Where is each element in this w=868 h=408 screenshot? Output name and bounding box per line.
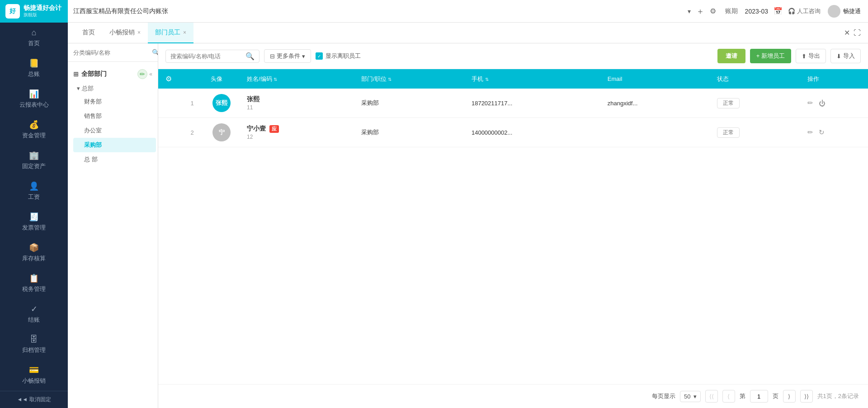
page-first-button[interactable]: ⟨⟨ (705, 390, 718, 403)
table-row: 2 宁 宁小壹 应 (158, 118, 868, 147)
logout-icon[interactable]: ⏻ (819, 99, 826, 107)
dept-collapse-button[interactable]: « (149, 69, 152, 79)
show-resigned-checkbox[interactable]: ✓ (316, 52, 323, 60)
tab-window-close-button[interactable]: ✕ (844, 28, 850, 37)
emp-name: 宁小壹 应 (247, 125, 347, 133)
sidebar-item-reports[interactable]: 📊 云报表中心 (0, 84, 68, 114)
col-email: Email (600, 69, 710, 89)
name-sort-icon: ⇅ (274, 77, 277, 82)
pagination: 每页显示 50 ▾ ⟨⟨ ⟨ 第 页 ⟩ ⟩⟩ 共1页，2条记录 (158, 384, 868, 408)
assets-icon: 🏢 (29, 150, 39, 160)
page-last-button[interactable]: ⟩⟩ (800, 390, 813, 403)
row-avatar-cell: 宁 (203, 118, 240, 147)
dept-all-button[interactable]: ⊞ 全部部门 ✏ « (68, 66, 158, 83)
dept-item-office[interactable]: 办公室 (73, 123, 156, 138)
search-box: 🔍 (165, 50, 259, 63)
sidebar-item-salary[interactable]: 👤 工资 (0, 176, 68, 206)
sidebar-item-home[interactable]: ⌂ 首页 (0, 23, 68, 53)
col-settings: ⚙ (158, 69, 181, 89)
row-email-cell: zhangxidf... (600, 89, 710, 118)
tab-dept-emp-close[interactable]: × (183, 29, 186, 36)
per-page-chevron-icon: ▾ (693, 393, 697, 400)
tab-expense[interactable]: 小畅报销 × (102, 23, 148, 43)
dept-item-sales[interactable]: 销售部 (73, 109, 156, 123)
calendar-icon[interactable]: 📅 (774, 7, 783, 15)
user-area[interactable]: 畅捷通 (828, 5, 861, 18)
emp-code: 11 (247, 104, 347, 111)
dept-search-area: 🔍 (68, 43, 158, 62)
show-resigned-label[interactable]: ✓ 显示离职员工 (316, 52, 361, 60)
sidebar-item-label: 归档管理 (22, 346, 46, 354)
dept-item-finance[interactable]: 财务部 (73, 94, 156, 109)
tabs-bar: 首页 小畅报销 × 部门员工 × ✕ ⛶ (68, 23, 868, 43)
edit-icon[interactable]: ✏ (807, 128, 813, 136)
add-company-button[interactable]: ＋ (696, 6, 704, 17)
sidebar-item-inventory[interactable]: 📦 库存核算 (0, 237, 68, 268)
dept-search-input[interactable] (73, 49, 149, 56)
row-dept-cell: 采购部 (354, 89, 464, 118)
dept-item-purchase[interactable]: 采购部 (73, 138, 156, 152)
invite-button[interactable]: 邀请 (717, 49, 745, 63)
company-name: 江西服宝精品有限责任公司内账张 (73, 7, 682, 15)
per-page-select[interactable]: 50 ▾ (680, 391, 700, 402)
account-period-value: 2023-03 (745, 8, 768, 15)
tab-dept-emp[interactable]: 部门员工 × (148, 23, 193, 43)
sidebar-unfix-button[interactable]: ◄◄ 取消固定 (0, 391, 68, 408)
reports-icon: 📊 (29, 89, 39, 99)
sidebar-item-expense[interactable]: 💳 小畅报销 (0, 360, 68, 390)
row-status-cell: 正常 (710, 118, 800, 147)
row-phone-cell: 14000000002... (464, 118, 600, 147)
edit-icon[interactable]: ✏ (807, 99, 813, 107)
tab-expense-close[interactable]: × (137, 29, 141, 36)
row-settings-cell (158, 118, 181, 147)
col-avatar: 头像 (203, 69, 240, 89)
logo-icon: 好 (5, 4, 20, 19)
dept-sort-icon: ⇅ (388, 77, 392, 82)
emp-toolbar: 🔍 ⊟ 更多条件 ▾ ✓ 显示离职员工 邀请 + 新增员工 (158, 43, 868, 69)
sidebar-item-ledger[interactable]: 📒 总账 (0, 53, 68, 84)
sidebar-scroll: ⌂ 首页 📒 总账 📊 云报表中心 💰 资金管理 🏢 固定资产 👤 工资 (0, 23, 68, 391)
dept-item-hq[interactable]: 总 部 (73, 152, 156, 167)
search-icon[interactable]: 🔍 (245, 52, 255, 61)
add-employee-button[interactable]: + 新增员工 (750, 49, 791, 63)
company-settings-button[interactable]: ⚙ (710, 7, 716, 15)
emp-name: 张熙 (247, 95, 347, 103)
col-num (181, 69, 203, 89)
row-avatar-cell: 张熙 (203, 89, 240, 118)
col-settings-icon[interactable]: ⚙ (165, 75, 172, 83)
sidebar-item-label: 固定资产 (22, 162, 46, 170)
page-prev-button[interactable]: ⟨ (722, 390, 735, 403)
page-next-button[interactable]: ⟩ (783, 390, 796, 403)
dept-panel: 🔍 ⊞ 全部部门 ✏ « ▾ 总部 财务部 销售部 (68, 43, 158, 408)
col-name[interactable]: 姓名/编码 ⇅ (240, 69, 354, 89)
sidebar-item-funds[interactable]: 💰 资金管理 (0, 114, 68, 145)
service-button[interactable]: 🎧 人工咨询 (788, 7, 821, 15)
filter-button[interactable]: ⊟ 更多条件 ▾ (264, 49, 311, 63)
sidebar-item-label: 总账 (28, 70, 40, 78)
dept-search-icon[interactable]: 🔍 (152, 49, 158, 56)
sidebar-item-invoice[interactable]: 🧾 发票管理 (0, 206, 68, 237)
dept-edit-button[interactable]: ✏ (137, 69, 147, 79)
dept-parent-label: ▾ 总部 (71, 83, 158, 94)
phone-sort-icon: ⇅ (485, 77, 489, 82)
company-dropdown-button[interactable]: ▾ (688, 8, 691, 15)
salary-icon: 👤 (29, 181, 39, 191)
page-input[interactable] (750, 390, 768, 403)
sidebar-item-tax[interactable]: 📋 税务管理 (0, 268, 68, 299)
row-dept-cell: 采购部 (354, 118, 464, 147)
row-name-cell: 张熙 11 (240, 89, 354, 118)
tab-window-expand-button[interactable]: ⛶ (854, 28, 861, 37)
col-dept[interactable]: 部门/职位 ⇅ (354, 69, 464, 89)
archive-icon: 🗄 (30, 335, 38, 344)
emp-search-input[interactable] (170, 53, 243, 60)
refresh-icon[interactable]: ↻ (819, 128, 825, 136)
col-phone[interactable]: 手机 ⇅ (464, 69, 600, 89)
invoice-icon: 🧾 (29, 212, 39, 222)
logo-area: 好 畅捷通好会计 旗舰版 (0, 0, 68, 23)
sidebar-item-assets[interactable]: 🏢 固定资产 (0, 145, 68, 176)
sidebar-item-archive[interactable]: 🗄 归档管理 (0, 329, 68, 360)
tab-home[interactable]: 首页 (75, 23, 102, 43)
export-button[interactable]: ⬆ 导出 (796, 49, 826, 63)
sidebar-item-close[interactable]: ✓ 结账 (0, 299, 68, 329)
import-button[interactable]: ⬇ 导入 (830, 49, 861, 63)
